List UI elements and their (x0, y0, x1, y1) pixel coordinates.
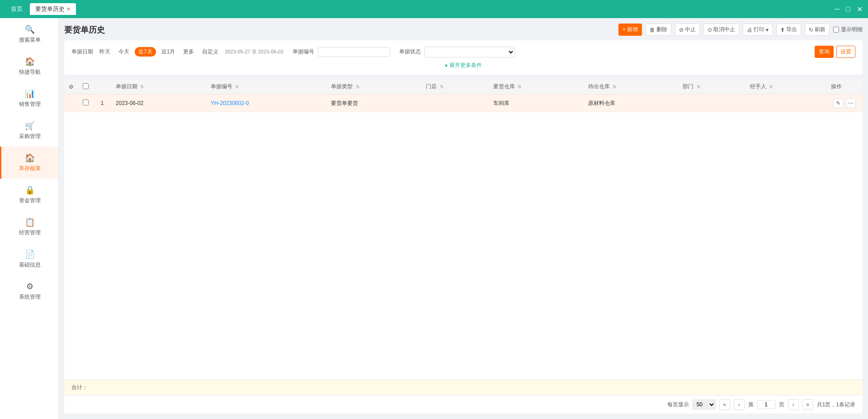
doc-no-label: 单据编号 (292, 48, 314, 56)
status-label: 单据状态 (399, 48, 421, 56)
th-settings[interactable]: ⚙ (64, 79, 78, 95)
th-doc-type-label: 单据类型 (331, 83, 353, 90)
filter-row-1: 单据日期 昨天 今天 近7天 近1月 更多 自定义 2023-05-27 至 2… (71, 46, 855, 58)
th-pending-warehouse[interactable]: 待出仓库 ⇅ (584, 79, 679, 95)
filter-card: 单据日期 昨天 今天 近7天 近1月 更多 自定义 2023-05-27 至 2… (64, 40, 863, 75)
sort-department-icon: ⇅ (697, 84, 700, 89)
cancel-stop-button[interactable]: ⊙ 取消中止 (703, 24, 739, 36)
last-page-button[interactable]: » (802, 399, 813, 410)
select-all-checkbox[interactable] (83, 83, 89, 89)
status-select[interactable] (425, 47, 515, 57)
doc-no-link[interactable]: YH-20230602-0 (211, 100, 249, 106)
row-doc-type: 要货单要货 (326, 95, 421, 112)
page-unit-label: 页 (779, 401, 784, 409)
sidebar-item-inventory[interactable]: 🏠 库存核算 (0, 147, 58, 179)
row-settings (64, 95, 78, 112)
print-button[interactable]: 🖨 打印 ▾ (743, 24, 773, 36)
basic-info-icon: 📄 (25, 249, 35, 259)
delete-button-label: 删除 (656, 26, 667, 33)
close-window-icon[interactable]: ✕ (857, 5, 863, 14)
new-button[interactable]: + 新增 (618, 24, 642, 36)
tab-history-label: 要货单历史 (35, 5, 65, 13)
expand-more-btn[interactable]: ▾ 展开更多条件 (71, 62, 855, 69)
stop-button[interactable]: ⊘ 中止 (675, 24, 700, 36)
shortcut-today[interactable]: 今天 (116, 47, 132, 57)
th-department[interactable]: 部门 ⇅ (678, 79, 745, 95)
more-action-button[interactable]: ⋯ (846, 98, 856, 108)
row-num: 1 (93, 95, 111, 112)
maximize-icon[interactable]: □ (846, 5, 850, 13)
delete-button[interactable]: 🗑 删除 (646, 24, 671, 36)
row-checkbox-cell[interactable] (78, 95, 93, 112)
shortcut-1month[interactable]: 近1月 (159, 47, 178, 57)
show-detail-input[interactable] (833, 27, 839, 33)
sort-doc-no-icon: ⇅ (235, 84, 239, 89)
row-store (421, 95, 489, 112)
first-page-button[interactable]: « (719, 399, 730, 410)
sidebar-item-search-menu[interactable]: 🔍 搜索菜单 (0, 18, 58, 50)
delete-icon: 🗑 (650, 27, 655, 33)
action-buttons: ✎ ⋯ (831, 98, 858, 108)
sidebar-item-label: 销售管理 (19, 100, 41, 108)
search-menu-icon: 🔍 (25, 24, 35, 34)
settings-button[interactable]: 设置 (836, 46, 855, 58)
sales-icon: 📊 (25, 89, 35, 99)
sidebar-item-system[interactable]: ⚙ 系统管理 (0, 275, 58, 307)
sidebar-item-purchase[interactable]: 🛒 采购管理 (0, 114, 58, 147)
page-label: 第 (748, 401, 754, 409)
query-button[interactable]: 查询 (815, 46, 834, 58)
th-store[interactable]: 门店 ⇅ (421, 79, 489, 95)
page-input[interactable] (757, 400, 775, 409)
finance-icon: 🔒 (25, 185, 35, 195)
row-doc-no[interactable]: YH-20230602-0 (206, 95, 327, 112)
sidebar-item-finance[interactable]: 🔒 资金管理 (0, 179, 58, 211)
sidebar-item-quick-nav[interactable]: 🏠 快捷导航 (0, 50, 58, 82)
th-doc-no-label: 单据编号 (211, 83, 232, 90)
shortcut-yesterday[interactable]: 昨天 (97, 47, 113, 57)
prev-page-button[interactable]: ‹ (734, 399, 745, 410)
top-bar: 首页 要货单历史 ✕ ─ □ ✕ (0, 0, 868, 18)
table-row: 1 2023-06-02 YH-20230602-0 要货单要货 车间库 原材料… (64, 95, 863, 112)
sidebar-item-sales[interactable]: 📊 销售管理 (0, 82, 58, 114)
tab-home[interactable]: 首页 (5, 3, 28, 15)
th-doc-no[interactable]: 单据编号 ⇅ (206, 79, 327, 95)
summary-row: 合计： (64, 380, 863, 395)
next-page-button[interactable]: › (788, 399, 799, 410)
th-handler[interactable]: 经手人 ⇅ (745, 79, 826, 95)
export-button[interactable]: ⬆ 导出 (776, 24, 801, 36)
tab-history[interactable]: 要货单历史 ✕ (30, 3, 76, 15)
shortcut-custom[interactable]: 自定义 (199, 47, 221, 57)
refresh-button[interactable]: ↻ 刷新 (805, 24, 830, 36)
th-checkbox[interactable] (78, 79, 93, 95)
main-layout: 🔍 搜索菜单 🏠 快捷导航 📊 销售管理 🛒 采购管理 🏠 库存核算 🔒 资金管… (0, 18, 868, 419)
tab-bar: 首页 要货单历史 ✕ (5, 3, 835, 15)
th-actions-label: 操作 (831, 83, 842, 90)
sidebar-item-label: 采购管理 (19, 133, 41, 140)
close-tab-icon[interactable]: ✕ (66, 6, 71, 12)
cancel-stop-icon: ⊙ (708, 27, 712, 33)
per-page-select[interactable]: 50 10 20 100 (693, 400, 716, 409)
th-req-warehouse[interactable]: 要货仓库 ⇅ (489, 79, 584, 95)
doc-no-filter-group: 单据编号 (292, 47, 390, 57)
shortcut-7days[interactable]: 近7天 (135, 47, 156, 57)
shortcut-more[interactable]: 更多 (180, 47, 197, 57)
minimize-icon[interactable]: ─ (835, 5, 840, 13)
th-date[interactable]: 单据日期 ⇅ (111, 79, 206, 95)
th-doc-type[interactable]: 单据类型 ⇅ (326, 79, 421, 95)
data-table: ⚙ 单据日期 ⇅ 单据编号 ⇅ (64, 79, 863, 112)
show-detail-checkbox[interactable]: 显示明细 (833, 26, 863, 33)
edit-action-button[interactable]: ✎ (833, 98, 843, 108)
query-button-label: 查询 (819, 48, 830, 56)
sidebar-item-basic-info[interactable]: 📄 基础信息 (0, 243, 58, 275)
sort-req-warehouse-icon: ⇅ (518, 84, 521, 89)
doc-no-input[interactable] (318, 47, 390, 57)
sidebar-item-label: 库存核算 (19, 165, 41, 172)
row-checkbox[interactable] (83, 100, 89, 105)
operations-icon: 📋 (25, 217, 35, 227)
table-scroll[interactable]: ⚙ 单据日期 ⇅ 单据编号 ⇅ (64, 79, 863, 380)
new-button-label: + 新增 (623, 26, 638, 33)
date-range-display: 2023-05-27 至 2023-06-02 (225, 48, 283, 55)
sidebar-item-label: 资金管理 (19, 197, 41, 205)
sort-pending-warehouse-icon: ⇅ (613, 84, 616, 89)
sidebar-item-operations[interactable]: 📋 经营管理 (0, 211, 58, 243)
